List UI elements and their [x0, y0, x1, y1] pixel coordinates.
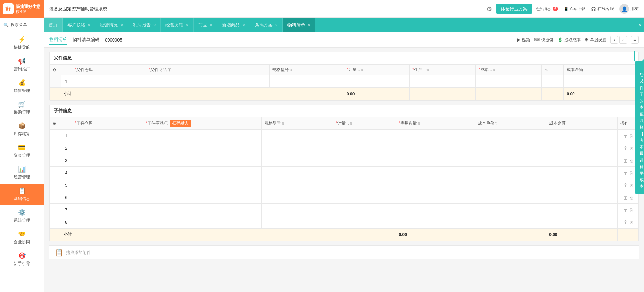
child-unit-cost-5[interactable]	[475, 179, 546, 191]
copy-icon-1[interactable]: ⎘	[630, 133, 633, 139]
layout-toggle[interactable]: ≡	[631, 36, 639, 44]
child-unit-7[interactable]	[333, 204, 396, 216]
child-warehouse-3[interactable]	[72, 154, 143, 167]
child-warehouse-6[interactable]	[72, 191, 143, 204]
child-unit-5[interactable]	[333, 179, 396, 191]
child-col-settings-icon[interactable]: ⚙	[53, 121, 57, 126]
tab-ops-status[interactable]: 经营情况 ×	[95, 18, 128, 32]
child-unit-cost-4[interactable]	[475, 167, 546, 179]
sidebar-item-operations[interactable]: 📊 经营管理	[0, 162, 44, 184]
trial-button[interactable]: 体验行业方案	[496, 4, 532, 14]
child-warehouse-2[interactable]	[72, 142, 143, 154]
sidebar-item-finance[interactable]: 💳 资金管理	[0, 140, 44, 162]
copy-icon-7[interactable]: ⎘	[630, 207, 633, 213]
child-qty-8[interactable]	[396, 216, 475, 229]
next-arrow[interactable]: ›	[619, 36, 627, 44]
child-spec-4[interactable]	[262, 167, 333, 179]
child-unit-4[interactable]	[333, 167, 396, 179]
app-download-button[interactable]: 📱 App下载	[564, 6, 585, 12]
child-unit-cost-2[interactable]	[475, 142, 546, 154]
video-action[interactable]: ▶ 视频	[517, 37, 530, 43]
delete-icon-2[interactable]: 🗑	[623, 145, 628, 151]
tab-goods-close[interactable]: ×	[210, 23, 212, 27]
online-service-button[interactable]: 🎧 在线客服	[591, 6, 614, 12]
child-spec-1[interactable]	[262, 130, 333, 142]
copy-icon-8[interactable]: ⎘	[630, 220, 633, 225]
scan-input-button[interactable]: 扫码录入	[170, 120, 191, 127]
sidebar-item-inventory[interactable]: 📦 库存核算	[0, 119, 44, 140]
child-product-6[interactable]	[143, 191, 261, 204]
tab-customer-close[interactable]: ×	[88, 23, 90, 27]
child-product-3[interactable]	[143, 154, 261, 167]
tab-new-goods-close[interactable]: ×	[243, 23, 245, 27]
parent-spec-cell[interactable]	[270, 75, 344, 88]
child-warehouse-7[interactable]	[72, 204, 143, 216]
tab-profit[interactable]: 利润报告 ×	[128, 18, 161, 32]
delete-icon-6[interactable]: 🗑	[623, 195, 628, 200]
child-qty-7[interactable]	[396, 204, 475, 216]
child-product-7[interactable]	[143, 204, 261, 216]
child-qty-2[interactable]	[396, 142, 475, 154]
delete-icon-7[interactable]: 🗑	[623, 207, 628, 213]
parent-warehouse-cell[interactable]	[72, 75, 146, 88]
child-product-5[interactable]	[143, 179, 261, 191]
single-settings-action[interactable]: ⚙ 单据设置	[585, 37, 606, 43]
tab-barcode-close[interactable]: ×	[275, 23, 277, 27]
shortcut-action[interactable]: ⌨ 快捷键	[534, 37, 554, 43]
child-unit-3[interactable]	[333, 154, 396, 167]
sidebar-item-guide[interactable]: 🎯 新手引导	[0, 248, 44, 270]
sub-tab-bom[interactable]: 物料清单	[49, 35, 67, 45]
tab-bom-close[interactable]: ×	[308, 23, 310, 27]
delete-icon-3[interactable]: 🗑	[623, 158, 628, 163]
child-unit-8[interactable]	[333, 216, 396, 229]
tab-ops-status-close[interactable]: ×	[121, 23, 123, 27]
search-menu-button[interactable]: 🔍 搜索菜单	[2, 21, 41, 29]
child-product-2[interactable]	[143, 142, 261, 154]
child-warehouse-4[interactable]	[72, 167, 143, 179]
col-settings-icon[interactable]: ⚙	[53, 68, 57, 72]
settings-icon[interactable]: ⚙	[486, 5, 492, 13]
sub-tab-code[interactable]: 物料清单编码	[73, 35, 99, 44]
child-qty-5[interactable]	[396, 179, 475, 191]
delete-icon-8[interactable]: 🗑	[623, 220, 628, 225]
tab-goods[interactable]: 商品 ×	[194, 18, 217, 32]
child-qty-6[interactable]	[396, 191, 475, 204]
parent-product-cell[interactable]	[146, 75, 270, 88]
sidebar-item-marketing[interactable]: 📢 营销推广	[0, 54, 44, 75]
prev-arrow[interactable]: ‹	[610, 36, 618, 44]
child-spec-5[interactable]	[262, 179, 333, 191]
user-menu[interactable]: 👤 用友	[619, 4, 639, 14]
sidebar-item-basic-info[interactable]: 📋 基础信息	[0, 184, 44, 205]
child-unit-1[interactable]	[333, 130, 396, 142]
tab-home[interactable]: 首页	[44, 18, 63, 32]
child-qty-1[interactable]	[396, 130, 475, 142]
child-qty-3[interactable]	[396, 154, 475, 167]
tab-profit-close[interactable]: ×	[153, 23, 156, 27]
child-warehouse-8[interactable]	[72, 216, 143, 229]
parent-produce-cell[interactable]	[410, 75, 475, 88]
parent-cost-cell[interactable]	[475, 75, 541, 88]
child-spec-8[interactable]	[262, 216, 333, 229]
child-product-4[interactable]	[143, 167, 261, 179]
tab-new-goods[interactable]: 新增商品 ×	[217, 18, 250, 32]
copy-icon-4[interactable]: ⎘	[630, 170, 633, 176]
tab-ops-history[interactable]: 经营历程 ×	[161, 18, 193, 32]
child-product-8[interactable]	[143, 216, 261, 229]
child-unit-cost-8[interactable]	[475, 216, 546, 229]
child-unit-cost-7[interactable]	[475, 204, 546, 216]
delete-icon-4[interactable]: 🗑	[623, 170, 628, 176]
sidebar-item-quick-nav[interactable]: ⚡ 快捷导航	[0, 32, 44, 54]
child-warehouse-5[interactable]	[72, 179, 143, 191]
delete-icon-1[interactable]: 🗑	[623, 133, 628, 139]
copy-icon-6[interactable]: ⎘	[630, 195, 633, 200]
child-spec-2[interactable]	[262, 142, 333, 154]
child-unit-2[interactable]	[333, 142, 396, 154]
sidebar-item-purchase[interactable]: 🛒 采购管理	[0, 97, 44, 119]
tab-customer[interactable]: 客户联络 ×	[63, 18, 95, 32]
child-spec-7[interactable]	[262, 204, 333, 216]
child-product-1[interactable]	[143, 130, 261, 142]
tab-barcode[interactable]: 条码方案 ×	[250, 18, 283, 32]
tab-bom[interactable]: 物料清单 ×	[283, 18, 315, 32]
child-spec-6[interactable]	[262, 191, 333, 204]
child-warehouse-1[interactable]	[72, 130, 143, 142]
